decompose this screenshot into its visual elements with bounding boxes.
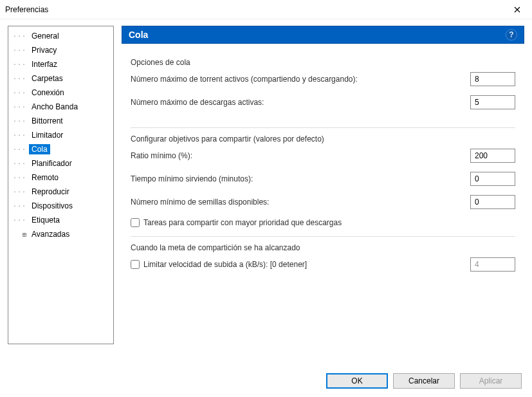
priority-checkbox[interactable] (131, 218, 140, 227)
sidebar-item-ancho-banda[interactable]: ···Ancho Banda (8, 100, 113, 114)
panel-header: Cola ? (122, 26, 524, 44)
tree-connector-icon: ··· (12, 160, 26, 167)
close-icon[interactable] (508, 0, 527, 19)
priority-label: Tareas para compartir con mayor priorida… (143, 218, 342, 227)
min-seeds-input[interactable] (470, 195, 515, 209)
ratio-input[interactable] (470, 149, 515, 163)
seed-time-input[interactable] (470, 172, 515, 186)
tree-connector-icon: ··· (12, 89, 26, 97)
tree-connector-icon: ··· (12, 47, 26, 54)
sidebar-item-general[interactable]: ···General (8, 29, 113, 43)
sidebar-item-label: Cola (29, 144, 50, 154)
group-seeding-goals: Configurar objetivos para compartir (val… (131, 128, 515, 237)
seed-time-label: Tiempo mínimo sirviendo (minutos): (131, 174, 470, 183)
sidebar-item-label: Avanzadas (29, 229, 72, 239)
sidebar-item-avanzadas[interactable]: ⊞Avanzadas (8, 227, 113, 241)
sidebar-item-planificador[interactable]: ···Planificador (8, 156, 113, 171)
tree-connector-icon: ··· (12, 118, 26, 125)
sidebar-item-label: Ancho Banda (29, 102, 80, 112)
ratio-label: Ratio mínimo (%): (131, 151, 470, 160)
content-area: ···General···Privacy···Interfaz···Carpet… (0, 19, 532, 365)
group-queue-options: Opciones de cola Número máximo de torren… (131, 51, 515, 128)
group-title-queue: Opciones de cola (131, 58, 515, 67)
sidebar-item-remoto[interactable]: ···Remoto (8, 171, 113, 185)
button-bar: OK Cancelar Aplicar (0, 365, 532, 397)
sidebar-item-label: Dispositivos (29, 201, 75, 211)
min-seeds-label: Número mínimo de semillas disponibles: (131, 198, 470, 207)
sidebar-item-bittorrent[interactable]: ···Bittorrent (8, 114, 113, 128)
max-active-label: Número máximo de torrent activos (compar… (131, 75, 470, 84)
sidebar-item-label: Privacy (29, 45, 59, 55)
sidebar-item-label: Bittorrent (29, 116, 66, 126)
apply-button[interactable]: Aplicar (460, 373, 522, 389)
tree-connector-icon: ··· (12, 104, 26, 111)
sidebar-item-label: Conexión (29, 88, 67, 98)
tree-connector-icon: ··· (12, 33, 26, 40)
panel-title: Cola (129, 30, 148, 40)
sidebar-item-limitador[interactable]: ···Limitador (8, 128, 113, 142)
tree-connector-icon: ··· (12, 203, 26, 210)
sidebar-item-label: Interfaz (29, 59, 60, 69)
sidebar-item-label: General (29, 31, 62, 41)
tree-connector-icon: ··· (12, 217, 26, 224)
sidebar-item-label: Carpetas (29, 73, 66, 84)
expand-icon[interactable]: ⊞ (12, 231, 26, 238)
sidebar-tree[interactable]: ···General···Privacy···Interfaz···Carpet… (8, 26, 114, 344)
tree-connector-icon: ··· (12, 146, 26, 153)
window-title: Preferencias (5, 5, 508, 14)
main-panel: Cola ? Opciones de cola Número máximo de… (122, 26, 524, 365)
max-active-input[interactable] (470, 72, 515, 86)
sidebar-item-etiqueta[interactable]: ···Etiqueta (8, 213, 113, 227)
cancel-button[interactable]: Cancelar (393, 373, 455, 389)
sidebar-item-reproducir[interactable]: ···Reproducir (8, 185, 113, 199)
preferences-window: Preferencias ···General···Privacy···Inte… (0, 0, 532, 397)
tree-connector-icon: ··· (12, 61, 26, 68)
sidebar-item-conexión[interactable]: ···Conexión (8, 86, 113, 100)
sidebar-item-cola[interactable]: ···Cola (8, 142, 113, 156)
sidebar-item-dispositivos[interactable]: ···Dispositivos (8, 199, 113, 213)
ok-button[interactable]: OK (326, 373, 388, 389)
limit-upload-label: Limitar velocidad de subida a (kB/s): [0… (143, 260, 466, 269)
sidebar-item-label: Reproducir (29, 187, 72, 197)
max-downloads-input[interactable] (470, 95, 515, 109)
titlebar: Preferencias (0, 0, 532, 19)
panel-body: Opciones de cola Número máximo de torren… (122, 44, 524, 297)
sidebar-item-carpetas[interactable]: ···Carpetas (8, 71, 113, 86)
max-downloads-label: Número máximo de descargas activas: (131, 98, 470, 107)
tree-connector-icon: ··· (12, 75, 26, 82)
sidebar-item-label: Remoto (29, 172, 61, 183)
sidebar-item-interfaz[interactable]: ···Interfaz (8, 57, 113, 71)
tree-connector-icon: ··· (12, 174, 26, 181)
group-goal-reached: Cuando la meta de compartición se ha alc… (131, 237, 515, 290)
limit-upload-checkbox[interactable] (131, 260, 140, 269)
sidebar-item-label: Limitador (29, 130, 66, 140)
tree-connector-icon: ··· (12, 132, 26, 139)
limit-upload-input (470, 257, 515, 272)
sidebar-item-label: Etiqueta (29, 215, 62, 225)
help-icon[interactable]: ? (506, 29, 517, 41)
tree-connector-icon: ··· (12, 189, 26, 196)
sidebar-item-privacy[interactable]: ···Privacy (8, 43, 113, 57)
group-title-seeding: Configurar objetivos para compartir (val… (131, 134, 515, 143)
sidebar-item-label: Planificador (29, 158, 75, 169)
group-title-goal: Cuando la meta de compartición se ha alc… (131, 243, 515, 252)
